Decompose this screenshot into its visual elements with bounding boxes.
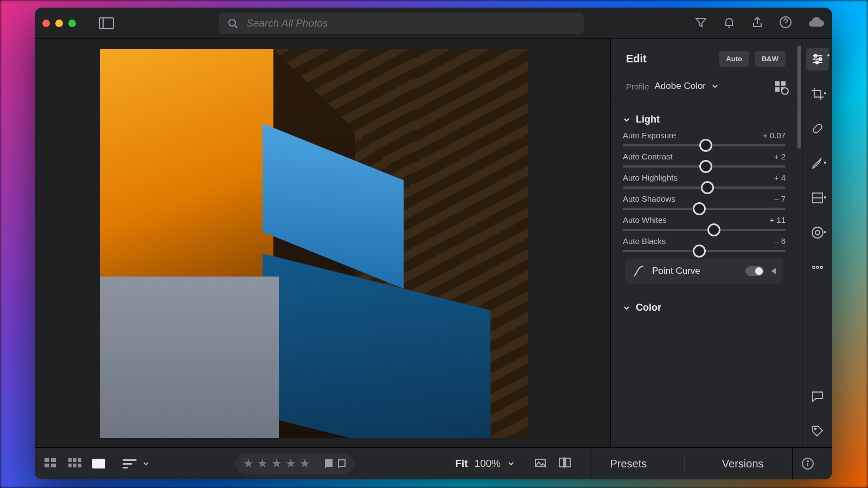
app-window: Edit Auto B&W Profile Adobe Color Light: [35, 8, 832, 479]
section-color-title: Color: [636, 302, 661, 313]
healing-tool[interactable]: [809, 120, 826, 137]
more-tools-icon[interactable]: [809, 259, 826, 275]
slider-value: + 2: [774, 152, 786, 161]
point-curve-toggle[interactable]: [745, 266, 764, 276]
profile-browser-icon[interactable]: [775, 81, 786, 92]
svg-point-12: [816, 266, 819, 268]
presets-tab[interactable]: Presets: [610, 458, 647, 470]
info-button[interactable]: [792, 448, 822, 479]
section-light: Light Auto Exposure+ 0.07 Auto Contrast+…: [611, 104, 797, 288]
share-icon[interactable]: [751, 16, 764, 31]
flag-pick[interactable]: [324, 459, 334, 468]
versions-tab[interactable]: Versions: [722, 458, 764, 470]
zoom-percent[interactable]: 100%: [474, 458, 501, 470]
star-5[interactable]: ★: [299, 458, 310, 470]
curve-icon: [633, 265, 644, 277]
svg-point-9: [812, 227, 823, 238]
star-2[interactable]: ★: [257, 458, 268, 470]
slider-track[interactable]: [623, 165, 786, 168]
crop-tool[interactable]: [809, 86, 826, 102]
section-color-header[interactable]: Color: [623, 302, 786, 313]
maximize-button[interactable]: [68, 20, 76, 27]
linear-gradient-tool[interactable]: [809, 190, 826, 206]
bottom-bar: ★ ★ ★ ★ ★ Fit 100% Presets Versions: [35, 447, 832, 479]
slider-value: – 7: [774, 194, 786, 203]
svg-rect-6: [812, 123, 823, 134]
slider-thumb[interactable]: [693, 245, 706, 258]
star-1[interactable]: ★: [243, 458, 254, 470]
point-curve-row[interactable]: Point Curve: [625, 259, 783, 284]
svg-point-11: [813, 266, 815, 268]
panel-bottom-tabs: Presets Versions: [591, 448, 782, 479]
sort-icon: [123, 459, 137, 468]
zoom-controls: Fit 100%: [455, 458, 515, 470]
slider-whites: Auto Whites+ 11: [623, 215, 786, 231]
star-3[interactable]: ★: [271, 458, 282, 470]
slider-thumb[interactable]: [707, 223, 720, 236]
collapse-arrow-icon[interactable]: [771, 268, 776, 274]
slider-exposure: Auto Exposure+ 0.07: [623, 131, 786, 146]
profile-row[interactable]: Profile Adobe Color: [611, 73, 797, 104]
radial-gradient-tool[interactable]: [809, 224, 826, 241]
slider-shadows: Auto Shadows– 7: [623, 194, 786, 210]
svg-rect-17: [566, 458, 570, 467]
slider-value: + 0.07: [763, 131, 786, 140]
brush-tool[interactable]: [809, 155, 826, 171]
scrollbar-thumb[interactable]: [797, 46, 801, 149]
sort-button[interactable]: [123, 459, 150, 468]
compare-icon[interactable]: [558, 457, 571, 471]
section-light-header[interactable]: Light: [623, 114, 786, 125]
close-button[interactable]: [42, 20, 50, 27]
comments-icon[interactable]: [809, 388, 826, 404]
sidebar-toggle-icon[interactable]: [99, 17, 114, 29]
section-color: Color: [611, 288, 797, 323]
scrollbar-track[interactable]: [797, 46, 801, 438]
slider-track[interactable]: [623, 229, 786, 231]
slider-label: Auto Exposure: [623, 131, 676, 140]
svg-point-21: [807, 461, 808, 462]
profile-label: Profile: [626, 82, 649, 91]
svg-point-13: [820, 266, 822, 268]
slider-thumb[interactable]: [693, 202, 706, 215]
edit-sliders-tool[interactable]: [806, 48, 829, 70]
image-canvas[interactable]: [35, 39, 610, 448]
svg-point-14: [814, 428, 816, 430]
slider-value: – 6: [774, 236, 786, 246]
svg-point-0: [229, 20, 235, 26]
panel-title: Edit: [626, 53, 713, 65]
slider-thumb[interactable]: [699, 139, 712, 152]
slider-track[interactable]: [623, 250, 786, 252]
search-bar[interactable]: [219, 12, 584, 34]
point-curve-label: Point Curve: [652, 266, 738, 277]
slider-value: + 4: [774, 173, 786, 182]
chevron-down-icon: [623, 304, 630, 312]
bell-icon[interactable]: [723, 16, 736, 31]
minimize-button[interactable]: [55, 20, 63, 27]
slider-label: Auto Contrast: [623, 152, 673, 161]
slider-highlights: Auto Highlights+ 4: [623, 173, 786, 189]
slider-thumb[interactable]: [701, 181, 714, 194]
bw-button[interactable]: B&W: [755, 51, 786, 67]
slider-track[interactable]: [623, 208, 786, 210]
search-input[interactable]: [245, 17, 575, 30]
help-icon[interactable]: [779, 16, 792, 31]
slider-thumb[interactable]: [699, 160, 712, 173]
zoom-fit-button[interactable]: Fit: [455, 458, 468, 470]
titlebar: [35, 8, 832, 39]
flag-reject[interactable]: [337, 459, 347, 468]
edit-panel: Edit Auto B&W Profile Adobe Color Light: [610, 39, 802, 448]
chevron-down-icon: [623, 116, 630, 124]
auto-button[interactable]: Auto: [719, 51, 749, 67]
cloud-sync-icon[interactable]: [807, 16, 825, 31]
tool-rail: [802, 39, 832, 448]
tag-icon[interactable]: [809, 423, 826, 439]
star-4[interactable]: ★: [285, 458, 296, 470]
slider-track[interactable]: [623, 187, 786, 189]
chevron-down-icon: [142, 460, 150, 467]
filter-icon[interactable]: [694, 16, 707, 31]
view-grid-medium[interactable]: [68, 458, 82, 469]
original-toggle-icon[interactable]: [534, 457, 547, 471]
view-grid-small[interactable]: [44, 458, 59, 469]
view-single[interactable]: [92, 459, 105, 468]
slider-track[interactable]: [623, 144, 786, 146]
